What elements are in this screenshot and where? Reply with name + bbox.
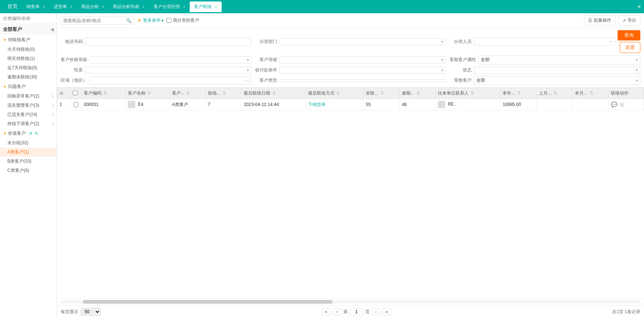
sidebar-item-declining[interactable]: 持续下滑客户(2) ℹ [0, 119, 57, 128]
sidebar-item-b-class-label: B类客户(33) [7, 158, 54, 165]
table-settings-icon[interactable]: ⚙ [60, 91, 64, 96]
nav-tab-home[interactable]: 首页 [3, 1, 22, 12]
chat-icon[interactable]: 💬 [611, 102, 617, 107]
nav-tab-purchase[interactable]: 进货单 × [49, 1, 76, 12]
export-btn[interactable]: ↗ 导出 [618, 15, 640, 25]
sidebar-item-c-class[interactable]: C类客户(6) [0, 166, 57, 175]
main-layout: 🔍 全部客户 ◀ ▼ 待联络客户 今天待联络(0) 明天待联络(1) 近7天待联… [0, 13, 644, 318]
row-index: 1 [57, 99, 71, 110]
sidebar-item-today-pending[interactable]: 今天待联络(0) [0, 45, 57, 54]
next-page-btn[interactable]: › [372, 308, 380, 315]
th-not-contact-label: 未联... [366, 91, 378, 96]
price-level-select[interactable]: ▾ [89, 56, 251, 63]
settings-btn[interactable]: 设置 [620, 42, 640, 53]
th-not-contact[interactable]: 未联... ⇅ [364, 88, 400, 99]
close-goods-analysis-tab[interactable]: × [102, 4, 104, 9]
row-this-month [573, 99, 609, 110]
nav-tab-customer-contact[interactable]: 客户联络 × [190, 1, 221, 12]
th-name[interactable]: 客户名称 ⇅ [125, 88, 169, 99]
th-code[interactable]: 客户编码 ⇅ [82, 88, 126, 99]
row-last-method[interactable]: 下销货单 [305, 99, 364, 110]
close-goods-analysis-list-tab[interactable]: × [142, 4, 144, 9]
th-checkbox [71, 88, 82, 99]
th-this-year[interactable]: 本年... ⇅ [500, 88, 537, 99]
filter-search-input[interactable] [63, 18, 126, 23]
sidebar-search-input[interactable] [3, 16, 57, 21]
status-select[interactable]: ▾ [474, 67, 640, 74]
th-name-label: 客户名称 [128, 91, 146, 96]
row-last-method-link[interactable]: 下销货单 [308, 102, 326, 107]
close-customer-layer-tab[interactable]: × [183, 4, 185, 9]
payment-select[interactable]: ▾ [279, 67, 446, 74]
scroll-thumb[interactable] [83, 300, 333, 304]
batch-op-label: 批量操作 [594, 17, 611, 24]
close-customer-contact-tab[interactable]: × [215, 4, 217, 9]
customer-level-select[interactable]: ▾ [279, 56, 446, 63]
sidebar-search-wrap: 🔍 [0, 13, 57, 24]
qr-icon[interactable]: ⊞ [620, 102, 624, 107]
close-sales-tab[interactable]: × [43, 4, 45, 9]
sidebar-group-pending[interactable]: ▼ 待联络客户 [0, 35, 57, 45]
retail-select[interactable]: 全部 ▾ [474, 76, 640, 85]
th-this-month[interactable]: 本月... ⇅ [573, 88, 609, 99]
th-last-method[interactable]: 最后联络方式 ⇅ [305, 88, 364, 99]
th-last-date[interactable]: 最后联络日期 ⇅ [242, 88, 305, 99]
sidebar-item-churned[interactable]: 已流失客户(24) ℹ [0, 110, 57, 119]
region-select[interactable]: ··· [89, 77, 251, 85]
th-company-contact[interactable]: 往来单位联系人 ⇅ [436, 88, 500, 99]
sidebar-item-a-class[interactable]: A类客户(1) [0, 148, 57, 157]
th-overdue[interactable]: 逾期... ⇅ [400, 88, 436, 99]
my-customers-checkbox-label[interactable]: 我分管的客户 [167, 17, 199, 24]
phone-input[interactable] [85, 38, 251, 46]
th-last-method-sort: ⇅ [336, 91, 340, 96]
filter-more-btn[interactable]: ▼ 更多条件 ▾ [137, 17, 164, 24]
region-dots[interactable]: ··· [245, 78, 249, 83]
scroll-track[interactable] [61, 300, 640, 304]
sidebar-item-7day-pending[interactable]: 近7天待联络(0) [0, 63, 57, 73]
nav-tab-customer-layer[interactable]: 客户分层经营 × [149, 1, 190, 12]
last-page-btn[interactable]: » [382, 308, 391, 315]
gender-select[interactable]: ▾ [85, 67, 251, 74]
window-close-btn[interactable]: × [637, 3, 641, 11]
row-checkbox[interactable] [74, 102, 78, 107]
select-all-checkbox[interactable] [73, 91, 78, 95]
th-settings[interactable]: ⚙ [57, 88, 71, 99]
sidebar-item-ungrouped[interactable]: 未分组(32) [0, 138, 57, 148]
nav-tab-goods-analysis-list[interactable]: 商品分析列表 × [108, 1, 149, 12]
advanced-filter: 电话号码 分管部门 ▾ 分管人员 ··· 查询 设置 [57, 28, 644, 88]
th-ctype[interactable]: 客户... ⇅ [169, 88, 205, 99]
nav-tab-goods-analysis[interactable]: 商品分析 × [77, 1, 108, 12]
th-contact-count[interactable]: 联络... ⇅ [205, 88, 242, 99]
query-btn[interactable]: 查询 [618, 30, 640, 40]
table-row: 1 000031 Ea A类客户 7 [57, 99, 644, 110]
th-last-month[interactable]: 上月... ⇅ [537, 88, 573, 99]
first-page-btn[interactable]: « [322, 308, 331, 315]
page-input[interactable] [350, 308, 363, 315]
sidebar-item-overdue-pending[interactable]: 逾期未联络(30) [0, 73, 57, 82]
sidebar-all-customers[interactable]: 全部客户 ◀ [0, 24, 57, 35]
close-purchase-tab[interactable]: × [70, 4, 72, 9]
value-refresh-icon[interactable]: ↺ [29, 131, 32, 136]
price-level-label: 客户价格等级 [61, 57, 87, 63]
row-name: Ea [125, 99, 169, 110]
nav-tab-sales[interactable]: 销售单 × [22, 1, 49, 12]
sidebar-item-repurchase-abnormal[interactable]: 回购异常客户(2) ℹ [0, 92, 57, 101]
sidebar-item-churn-warning[interactable]: 流失预警客户(3) ℹ [0, 101, 57, 110]
retail-attr-select[interactable]: 全部 ▾ [478, 55, 640, 64]
sidebar-item-b-class[interactable]: B类客户(33) [0, 157, 57, 166]
batch-op-btn[interactable]: ☰ 批量操作 [584, 15, 615, 25]
my-customers-checkbox[interactable] [167, 18, 171, 23]
prev-page-btn[interactable]: ‹ [333, 308, 341, 315]
person-dots[interactable]: ··· [609, 39, 613, 44]
price-level-arrow: ▾ [247, 58, 249, 62]
per-page-select[interactable]: 50 100 [80, 308, 101, 316]
sidebar-item-tomorrow-pending[interactable]: 明天待联络(1) [0, 54, 57, 63]
customer-type-select[interactable] [279, 79, 446, 82]
filter-row-payment: 收付款条件 ▾ [255, 67, 446, 74]
retail-attr-arrow: ▾ [636, 58, 638, 62]
person-select[interactable]: ··· [474, 38, 615, 46]
sidebar-group-problem[interactable]: ▼ 问题客户 [0, 82, 57, 92]
value-settings-icon[interactable]: ✎ [35, 131, 38, 136]
dept-select[interactable]: ▾ [279, 38, 446, 45]
sidebar-group-value[interactable]: ▼ 价值客户 ↺ ✎ [0, 128, 57, 138]
